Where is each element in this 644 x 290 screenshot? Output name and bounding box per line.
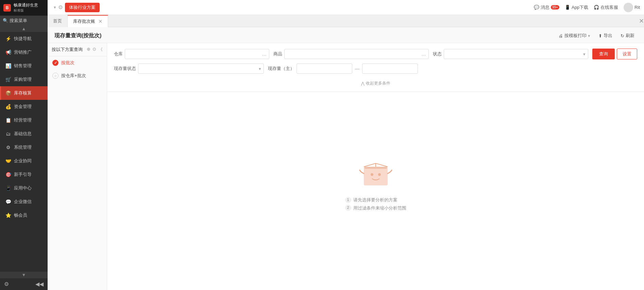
scheme-item-batch[interactable]: ✓ 按批次: [48, 56, 107, 69]
sidebar-item-marketing[interactable]: 📢营销推广: [0, 46, 48, 59]
purchase-icon: 🛒: [5, 76, 11, 83]
messages-btn[interactable]: 💬 消息 99+: [534, 4, 559, 11]
topbar-right: 💬 消息 99+ 📱 App下载 🎧 在线客服 Rit: [534, 3, 640, 12]
sidebar-label-operations: 经营管理: [14, 117, 32, 123]
tip-item-1: 1 请先选择要分析的方案: [345, 196, 406, 204]
warehouse-label: 仓库: [114, 51, 123, 57]
inv-qty-range: —: [296, 64, 418, 74]
finance-icon: 💰: [5, 104, 11, 110]
sidebar-item-appstore[interactable]: 📱应用中心: [0, 181, 48, 195]
status-select[interactable]: 全部 正常 停用: [444, 49, 588, 59]
warehouse-dots-icon[interactable]: …: [262, 51, 267, 57]
sidebar-item-purchase[interactable]: 🛒采购管理: [0, 73, 48, 86]
content-area: 按以下方案查询 ⊕ ⊙ 《 ✓ 按批次 ○ 按仓库+批次: [48, 43, 644, 290]
tip-num-1: 1: [345, 197, 351, 203]
sidebar-label-marketing: 营销推广: [14, 49, 32, 55]
collapse-more-btn[interactable]: ⋀ 收起更多条件: [114, 78, 637, 89]
user-avatar-btn[interactable]: Rit: [624, 3, 640, 12]
form-area: 仓库 … 商品 …: [107, 43, 644, 92]
refresh-btn[interactable]: ↻ 刷新: [618, 31, 637, 40]
form-group-inv-qty: 现存量（主） —: [268, 64, 418, 74]
sidebar-item-enterprise[interactable]: 🤝企业协同: [0, 154, 48, 168]
scheme-item-warehouse-batch[interactable]: ○ 按仓库+批次: [48, 69, 107, 82]
print-btn[interactable]: 🖨 按模板打印 ▾: [556, 31, 593, 40]
inv-status-select-wrap: 全部 ▾: [138, 64, 264, 74]
message-icon: 💬: [534, 5, 539, 10]
page-actions: 🖨 按模板打印 ▾ ⬆ 导出 ↻ 刷新: [556, 31, 637, 40]
topbar-left: ▾ ⚙ 体验行业方案: [52, 3, 531, 12]
sidebar-footer: ⚙ ◀◀: [0, 278, 48, 290]
topbar-gear-icon[interactable]: ⚙: [58, 4, 63, 11]
form-row-2: 现存量状态 全部 ▾ 现存量（主）: [114, 64, 637, 74]
sidebar-label-basic: 基础信息: [14, 131, 32, 137]
form-group-warehouse: 仓库 …: [114, 49, 269, 59]
refresh-label: 刷新: [626, 33, 634, 39]
avatar: [624, 3, 633, 12]
collapse-sidebar-btn[interactable]: ◀◀: [35, 281, 44, 287]
trial-btn[interactable]: 体验行业方案: [65, 3, 100, 12]
scroll-up-btn[interactable]: ▲: [0, 26, 48, 32]
inventory-icon: 📦: [5, 90, 11, 96]
empty-illustration: [355, 150, 396, 191]
svg-rect-1: [365, 167, 387, 169]
sidebar-label-newbie: 新手引导: [14, 171, 32, 178]
add-scheme-icon[interactable]: ⊕: [87, 47, 90, 53]
sidebar-item-finance[interactable]: 💰资金管理: [0, 100, 48, 113]
tab-batch-account[interactable]: 库存批次账 ×: [68, 15, 108, 27]
collapse-up-icon: ⋀: [361, 81, 365, 86]
export-icon: ⬆: [598, 33, 602, 38]
app-logo: B: [3, 4, 11, 12]
sidebar-item-quick-nav[interactable]: ⚡快捷导航: [0, 32, 48, 46]
tab-home[interactable]: 首页: [48, 15, 68, 27]
inv-qty-label: 现存量（主）: [268, 66, 294, 72]
sidebar-label-appstore: 应用中心: [14, 185, 32, 191]
query-btn[interactable]: 查询: [592, 49, 615, 59]
sidebar-item-inventory[interactable]: 📦库存核算: [0, 86, 48, 100]
sidebar-item-member[interactable]: ⭐畅会员: [0, 209, 48, 222]
sidebar-search[interactable]: 🔍 搜索菜单: [0, 16, 48, 26]
breadcrumb-dropdown-icon[interactable]: ▾: [54, 5, 56, 10]
form-group-inv-status: 现存量状态 全部 ▾: [114, 64, 264, 74]
newbie-icon: 🎯: [5, 171, 11, 178]
inv-qty-from-input[interactable]: [296, 64, 352, 74]
sidebar-item-operations[interactable]: 📋经营管理: [0, 113, 48, 127]
svg-point-2: [371, 173, 373, 176]
scroll-down-btn[interactable]: ▼: [0, 272, 48, 278]
product-dots-icon[interactable]: …: [421, 51, 426, 57]
inv-status-select[interactable]: 全部: [138, 64, 264, 74]
sidebar-item-sales[interactable]: 📊销售管理: [0, 59, 48, 73]
empty-tips: 1 请先选择要分析的方案 2 用过滤条件来缩小分析范围: [345, 196, 406, 212]
settings-scheme-icon[interactable]: ⊙: [92, 47, 96, 53]
refresh-icon: ↻: [621, 33, 624, 38]
inv-qty-to-input[interactable]: [362, 64, 418, 74]
sidebar-item-system[interactable]: ⚙系统管理: [0, 141, 48, 154]
online-service-btn[interactable]: 🎧 在线客服: [594, 4, 618, 11]
user-name: Rit: [634, 5, 640, 10]
warehouse-input-wrap: …: [125, 49, 269, 59]
sidebar-label-inventory: 库存核算: [14, 90, 32, 96]
left-panel: 按以下方案查询 ⊕ ⊙ 《 ✓ 按批次 ○ 按仓库+批次: [48, 43, 107, 290]
sidebar-item-wechat[interactable]: 💬企业微信: [0, 195, 48, 209]
app-download-btn[interactable]: 📱 App下载: [565, 4, 588, 11]
scheme-label-warehouse-batch: 按仓库+批次: [61, 73, 86, 79]
form-group-status: 状态 全部 正常 停用 ▾: [433, 49, 588, 59]
tip-text-1: 请先选择要分析的方案: [353, 196, 397, 204]
collapse-left-icon[interactable]: 《: [98, 47, 103, 53]
warehouse-input[interactable]: [125, 49, 269, 59]
print-chevron-icon: ▾: [588, 33, 590, 38]
print-icon: 🖨: [559, 33, 563, 38]
online-service-label: 在线客服: [600, 4, 618, 11]
sidebar-item-newbie[interactable]: 🎯新手引导: [0, 168, 48, 181]
settings-icon[interactable]: ⚙: [4, 281, 9, 287]
sidebar-item-basic[interactable]: 🗂基础信息: [0, 127, 48, 141]
settings-form-btn[interactable]: 设置: [617, 49, 637, 59]
panel-close-icon[interactable]: ✕: [639, 18, 644, 24]
scheme-icon-warehouse-batch: ○: [52, 73, 58, 79]
tab-close-btn[interactable]: ×: [99, 18, 102, 24]
marketing-icon: 📢: [5, 49, 11, 55]
main-area: ▾ ⚙ 体验行业方案 💬 消息 99+ 📱 App下载 🎧 在线客服 Rit: [48, 0, 644, 290]
tip-item-2: 2 用过滤条件来缩小分析范围: [345, 204, 406, 212]
product-input[interactable]: [284, 49, 429, 59]
export-btn[interactable]: ⬆ 导出: [596, 31, 615, 40]
app-edition: 标准版: [14, 8, 38, 13]
